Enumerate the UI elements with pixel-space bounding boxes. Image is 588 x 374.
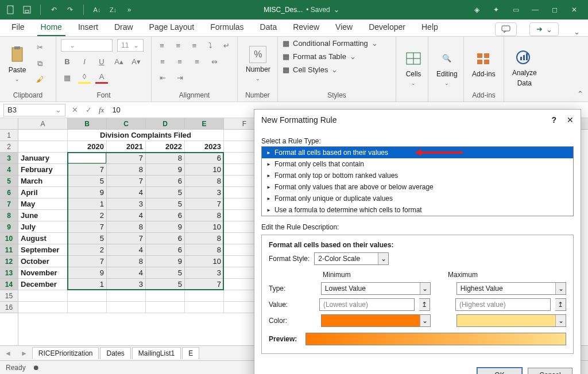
cell[interactable]: 4 [107,210,146,221]
tab-developer[interactable]: Developer [365,20,409,36]
column-header[interactable]: C [107,118,146,129]
cell[interactable]: 6 [185,153,224,164]
max-color-combo[interactable]: ⌄ [457,314,566,327]
min-type-combo[interactable]: Lowest Value⌄ [321,282,431,295]
row-header[interactable]: 5 [0,176,18,187]
cell[interactable]: 9 [68,267,107,279]
cell[interactable]: 10 [68,153,107,164]
cell-styles-button[interactable]: ▦Cell Styles⌄ [283,65,338,74]
cell[interactable] [68,302,107,313]
align-top-icon[interactable]: ≡ [156,39,168,52]
row-header[interactable]: 10 [0,233,18,244]
decrease-font-icon[interactable]: A▾ [130,55,142,68]
cell[interactable]: 7 [68,256,107,267]
column-header[interactable]: E [185,118,224,129]
align-bottom-icon[interactable]: ≡ [188,39,200,52]
cell[interactable] [107,302,146,313]
row-header[interactable]: 4 [0,164,18,176]
cell[interactable]: 3 [185,267,224,279]
cell[interactable]: 8 [107,221,146,233]
cell[interactable]: 7 [107,233,146,244]
row-header[interactable]: 14 [0,279,18,290]
cell[interactable]: March [18,176,68,187]
tab-file[interactable]: File [8,20,28,36]
tab-view[interactable]: View [332,20,356,36]
align-center-icon[interactable]: ≡ [173,55,186,68]
cell[interactable]: 10 [185,256,224,267]
maximize-icon[interactable]: ◻ [549,4,560,15]
collapse-ribbon-icon[interactable]: ⌃ [577,89,583,98]
cell[interactable]: 5 [146,198,185,210]
cell[interactable] [185,290,224,302]
cell[interactable]: 4 [107,187,146,198]
cell[interactable]: 9 [68,187,107,198]
increase-indent-icon[interactable]: ⇥ [173,71,186,84]
max-type-combo[interactable]: Highest Value⌄ [457,282,566,295]
cell[interactable]: 9 [146,221,185,233]
rule-type-item[interactable]: ►Use a formula to determine which cells … [262,204,573,216]
cell[interactable]: 8 [107,256,146,267]
saved-indicator[interactable]: • Saved [306,6,330,14]
min-value-ref-icon[interactable]: ↥ [419,298,430,311]
diamond-icon[interactable]: ◈ [471,4,482,15]
cell[interactable]: November [18,267,68,279]
conditional-formatting-button[interactable]: ▦Conditional Formatting⌄ [283,39,378,48]
cell[interactable]: 6 [146,210,185,221]
cell[interactable]: 2020 [68,141,107,153]
new-file-icon[interactable] [6,5,16,15]
cell[interactable]: 7 [185,279,224,290]
font-name-combo[interactable]: ⌄ [61,39,113,52]
cell[interactable]: 5 [146,279,185,290]
cell[interactable]: February [18,164,68,176]
cell[interactable]: 8 [107,164,146,176]
formula-value[interactable]: 10 [107,106,120,114]
cell[interactable]: 6 [146,176,185,187]
max-value-input[interactable]: (Highest value) [455,298,551,311]
close-icon[interactable]: ✕ [568,4,580,15]
min-color-combo[interactable]: ⌄ [321,314,431,327]
tab-data[interactable]: Data [257,20,281,36]
tab-review[interactable]: Review [289,20,323,36]
paste-button[interactable]: Paste ⌄ [5,43,30,84]
tab-formulas[interactable]: Formulas [207,20,247,36]
editing-button[interactable]: 🔍Editing⌄ [433,47,461,88]
minimize-icon[interactable]: — [529,4,541,15]
row-header[interactable]: 1 [0,130,18,141]
cell[interactable]: 7 [68,164,107,176]
cell[interactable]: 8 [185,210,224,221]
cell[interactable]: 5 [146,267,185,279]
cell[interactable] [146,302,185,313]
rule-type-item[interactable]: ►Format only top or bottom ranked values [262,170,573,181]
cell[interactable]: July [18,221,68,233]
macro-record-icon[interactable]: ⏺ [33,364,40,372]
analyze-data-button[interactable]: AnalyzeData [509,46,540,89]
cell[interactable]: May [18,198,68,210]
cell[interactable]: 2023 [185,141,224,153]
row-header[interactable]: 13 [0,267,18,279]
cell[interactable]: 8 [146,153,185,164]
italic-button[interactable]: I [78,55,91,68]
window-mode-icon[interactable]: ▭ [510,4,521,15]
save-icon[interactable] [22,5,32,15]
underline-button[interactable]: U [95,55,108,68]
format-style-combo[interactable]: 2-Color Scale⌄ [314,252,389,265]
orientation-icon[interactable]: ⤵ [205,39,216,52]
merge-icon[interactable]: ⇔ [208,55,220,68]
ok-button[interactable]: OK [477,368,522,374]
font-color-button[interactable]: A [95,71,108,84]
cell[interactable]: 9 [146,164,185,176]
comments-button[interactable] [495,22,517,36]
cell[interactable]: 4 [107,244,146,256]
sheet-nav-next-icon[interactable]: ► [16,349,32,357]
row-header[interactable]: 11 [0,244,18,256]
copy-icon[interactable]: ⧉ [33,57,46,70]
select-all-corner[interactable] [0,118,18,130]
row-header[interactable]: 12 [0,256,18,267]
font-size-combo[interactable]: 11⌄ [117,39,144,52]
addins-button[interactable]: Add-ins [469,47,499,80]
format-painter-icon[interactable]: 🖌 [33,73,46,86]
column-header[interactable]: A [18,118,68,129]
tab-help[interactable]: Help [418,20,442,36]
cell[interactable]: 10 [185,164,224,176]
cells-button[interactable]: Cells⌄ [401,47,426,88]
